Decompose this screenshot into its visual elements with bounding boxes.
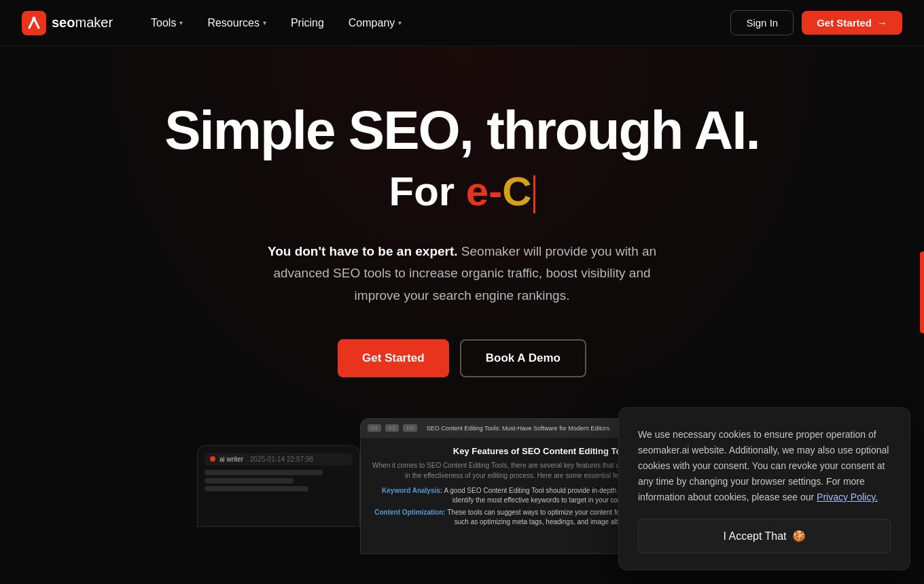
chevron-down-icon: ▾	[179, 19, 183, 27]
signin-button[interactable]: Sign In	[730, 10, 794, 35]
chevron-down-icon: ▾	[398, 19, 402, 27]
cookie-icon: 🍪	[792, 530, 806, 543]
badge-text: ai writer	[219, 456, 243, 463]
hero-buttons: Get Started Book A Demo	[338, 339, 586, 377]
logo-icon	[22, 11, 46, 35]
nav-pricing[interactable]: Pricing	[280, 12, 335, 35]
arrow-icon: →	[877, 17, 887, 29]
svg-point-0	[33, 16, 36, 20]
nav-tools[interactable]: Tools ▾	[140, 12, 194, 35]
badge-date: 2025-01-14 22:97:98	[250, 456, 313, 463]
status-dot	[210, 456, 215, 462]
nav-company[interactable]: Company ▾	[338, 12, 412, 35]
navbar: seomaker Tools ▾ Resources ▾ Pricing Com…	[0, 0, 924, 46]
nav-resources[interactable]: Resources ▾	[196, 12, 277, 35]
chevron-down-icon: ▾	[263, 19, 266, 27]
nav-actions: Sign In Get Started →	[730, 10, 902, 35]
hero-getstarted-button[interactable]: Get Started	[338, 339, 449, 377]
screenshot-left: ai writer 2025-01-14 22:97:98	[197, 445, 360, 527]
hero-demo-button[interactable]: Book A Demo	[460, 339, 586, 377]
privacy-policy-link[interactable]: Privacy Policy.	[817, 492, 878, 502]
hero-subtitle: For e-C	[389, 167, 535, 216]
typing-cursor	[533, 175, 535, 213]
cookie-banner: We use necessary cookies to ensure prope…	[618, 407, 910, 570]
logo[interactable]: seomaker	[22, 11, 113, 35]
logo-text: seomaker	[52, 15, 113, 31]
getstarted-nav-button[interactable]: Get Started →	[802, 11, 902, 35]
nav-items: Tools ▾ Resources ▾ Pricing Company ▾	[140, 12, 730, 35]
hero-description: You don't have to be an expert. Seomaker…	[251, 241, 673, 307]
cookie-text: We use necessary cookies to ensure prope…	[638, 427, 891, 505]
accept-cookies-button[interactable]: I Accept That 🍪	[638, 519, 891, 553]
hero-title: Simple SEO, through AI.	[164, 101, 760, 160]
accent-bar	[920, 252, 924, 333]
